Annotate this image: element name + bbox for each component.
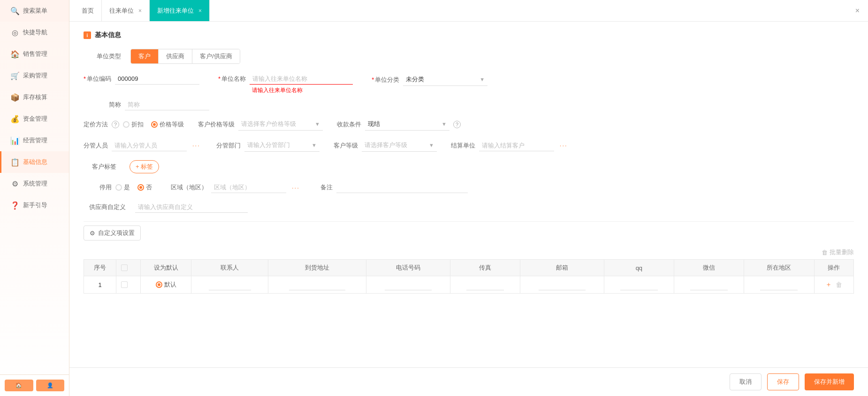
custom-settings-label: 自定义项设置: [98, 229, 135, 237]
batch-delete[interactable]: 🗑 批量删除: [84, 248, 854, 256]
sidebar-item-guide[interactable]: ❓ 新手引导: [0, 194, 69, 216]
tab-counterparty-close[interactable]: ×: [138, 8, 142, 14]
row-fax-input[interactable]: [466, 279, 504, 290]
unit-type-both-btn[interactable]: 客户/供应商: [192, 49, 240, 63]
supplier-custom-input[interactable]: [135, 202, 248, 213]
row-region-cell: [744, 276, 814, 294]
unit-type-group: 客户 供应商 客户/供应商: [130, 49, 240, 64]
col-phone: 电话号码: [366, 260, 450, 276]
disabled-yes-radio[interactable]: 是: [115, 183, 130, 192]
customer-price-level-label: 客户价格等级: [198, 120, 235, 129]
disabled-row: 停用 是 否 区域（地区） ··· 备注: [84, 182, 854, 193]
disabled-no-radio[interactable]: 否: [137, 183, 152, 192]
region-more-btn[interactable]: ···: [290, 183, 302, 192]
row-phone-input[interactable]: [385, 279, 432, 290]
batch-delete-label: 批量删除: [830, 248, 854, 256]
supplier-custom-label: 供应商自定义: [84, 203, 126, 211]
row-checkbox[interactable]: [121, 281, 128, 288]
sidebar-item-shortcut[interactable]: ◎ 快捷导航: [0, 22, 69, 43]
col-wechat: 微信: [674, 260, 744, 276]
row-default-radio[interactable]: 默认: [145, 280, 186, 289]
settlement-more-btn[interactable]: ···: [558, 141, 570, 150]
unit-code-input[interactable]: [115, 73, 199, 85]
search-icon: 🔍: [11, 7, 19, 15]
unit-type-supplier-btn[interactable]: 供应商: [159, 49, 192, 63]
row-address-input[interactable]: [289, 279, 345, 290]
customer-level-select[interactable]: 请选择客户等级 ▼: [362, 139, 437, 152]
cancel-button[interactable]: 取消: [730, 373, 761, 390]
manager-input[interactable]: [112, 140, 187, 151]
manager-more-btn[interactable]: ···: [190, 141, 202, 150]
header-checkbox[interactable]: [121, 264, 128, 271]
customer-tag-label: 客户标签: [84, 163, 116, 171]
sidebar-item-label: 快捷导航: [23, 28, 47, 37]
save-button[interactable]: 保存: [767, 373, 799, 390]
unit-code-field: 单位编码: [84, 73, 199, 85]
payment-terms-value: 现结: [368, 120, 442, 128]
row-region-input[interactable]: [760, 279, 798, 290]
pricing-discount-radio[interactable]: 折扣: [123, 120, 144, 129]
row-default-cell: 默认: [141, 276, 191, 294]
custom-settings-btn[interactable]: ⚙ 自定义项设置: [84, 225, 141, 241]
tab-new-counterparty[interactable]: 新增往来单位 ×: [150, 0, 210, 21]
settlement-unit-input[interactable]: [479, 140, 554, 151]
unit-info-row: 单位编码 单位名称 请输入往来单位名称 单位分类 未分类 ▼: [84, 73, 854, 94]
window-close-btn[interactable]: ×: [852, 5, 863, 17]
payment-terms-select[interactable]: 现结 ▼: [365, 118, 449, 131]
unit-category-value: 未分类: [406, 75, 480, 84]
row-add-btn[interactable]: ＋: [825, 280, 832, 289]
department-select[interactable]: 请输入分管部门 ▼: [244, 139, 320, 152]
pricing-level-radio[interactable]: 价格等级: [151, 120, 184, 129]
pricing-radio-group: 折扣 价格等级: [123, 120, 184, 129]
payment-terms-help-icon[interactable]: ?: [453, 121, 461, 128]
supplier-custom-row: 供应商自定义: [84, 202, 854, 213]
row-qq-input[interactable]: [620, 279, 658, 290]
unit-category-select[interactable]: 未分类 ▼: [403, 73, 487, 86]
disabled-yes-label: 是: [124, 183, 130, 192]
row-delete-btn[interactable]: 🗑: [836, 280, 842, 289]
settlement-unit-label: 结算单位: [451, 141, 475, 150]
add-tag-btn[interactable]: + 标签: [129, 160, 159, 173]
row-action-btns: ＋ 🗑: [819, 280, 849, 289]
save-add-button[interactable]: 保存并新增: [805, 373, 854, 390]
row-wechat-input[interactable]: [690, 279, 728, 290]
price-level-chevron: ▼: [315, 121, 320, 127]
sidebar-item-purchase[interactable]: 🛒 采购管理: [0, 65, 69, 86]
remark-input[interactable]: [336, 182, 468, 193]
tab-counterparty[interactable]: 往来单位 ×: [102, 0, 150, 21]
department-chevron: ▼: [312, 142, 317, 148]
row-check-cell: [116, 276, 141, 294]
unit-name-input[interactable]: [250, 73, 353, 85]
discount-label: 折扣: [131, 120, 144, 129]
sidebar-item-search[interactable]: 🔍 搜索菜单: [0, 0, 69, 22]
tab-home[interactable]: 首页: [74, 0, 102, 21]
sidebar-item-label: 采购管理: [23, 71, 47, 80]
tab-new-counterparty-close[interactable]: ×: [198, 8, 202, 14]
sidebar-item-system[interactable]: ⚙ 系统管理: [0, 173, 69, 194]
department-label: 分管部门: [216, 141, 241, 150]
region-input[interactable]: [211, 182, 286, 193]
pricing-help-icon[interactable]: ?: [112, 121, 119, 128]
payment-terms-chevron: ▼: [442, 121, 447, 127]
section-title: i 基本信息: [84, 31, 854, 39]
manager-field: 分管人员 ···: [84, 140, 202, 151]
col-contact: 联系人: [191, 260, 268, 276]
row-default-label: 默认: [164, 280, 176, 289]
disabled-field: 停用 是 否: [84, 183, 152, 192]
sidebar-user-btn[interactable]: 👤: [36, 380, 65, 391]
tab-new-counterparty-label: 新增往来单位: [157, 7, 194, 15]
sidebar-item-finance[interactable]: 💰 资金管理: [0, 108, 69, 130]
sidebar-item-label: 资金管理: [23, 115, 47, 123]
customer-price-level-select[interactable]: 请选择客户价格等级 ▼: [238, 118, 323, 131]
sidebar-item-inventory[interactable]: 📦 库存核算: [0, 86, 69, 108]
sidebar-item-sales[interactable]: 🏠 销售管理: [0, 43, 69, 65]
abbr-input[interactable]: [125, 99, 209, 110]
sidebar-item-basicinfo[interactable]: 📋 基础信息: [0, 151, 69, 173]
disabled-label: 停用: [84, 183, 112, 192]
sidebar-home-btn[interactable]: 🏠: [5, 380, 33, 391]
row-contact-input[interactable]: [209, 279, 251, 290]
unit-type-customer-btn[interactable]: 客户: [131, 49, 159, 63]
sidebar-item-operations[interactable]: 📊 经营管理: [0, 130, 69, 151]
row-email-input[interactable]: [539, 279, 586, 290]
pricing-method-field: 定价方法 ? 折扣 价格等级: [84, 120, 184, 129]
